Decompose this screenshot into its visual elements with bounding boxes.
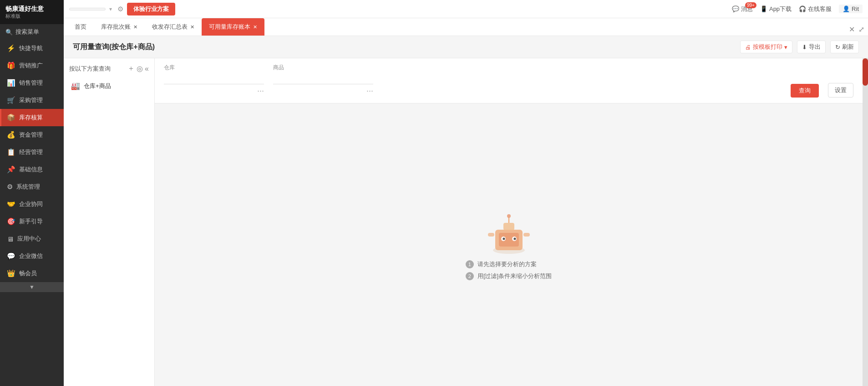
user-name: Rit	[852, 5, 859, 12]
sidebar-item-wechat[interactable]: 💬 企业微信	[0, 247, 64, 265]
content-area: 按以下方案查询 ＋ ◎ « 🏭 仓库+商品 仓库 ···	[64, 58, 868, 386]
empty-step-1: 1 请先选择要分析的方案	[466, 260, 552, 268]
quick-nav-icon: ⚡	[7, 44, 15, 52]
warehouse-product-icon: 🏭	[71, 82, 80, 90]
sidebar: 畅康通好生意 标准版 🔍 搜索菜单 ⚡ 快捷导航 🎁 营销推广 📊 销售管理 🛒…	[0, 0, 64, 386]
enterprise-icon: 🤝	[7, 200, 15, 208]
sidebar-scroll-down[interactable]: ▼	[0, 282, 64, 292]
breadcrumb-chevron-icon[interactable]: ▾	[109, 6, 112, 12]
search-icon: 🔍	[5, 29, 13, 36]
column-settings-button[interactable]: 设置	[828, 83, 853, 98]
query-button[interactable]: 查询	[791, 84, 819, 98]
app-badge: 标准版	[5, 13, 20, 20]
empty-step-1-text: 请先选择要分析的方案	[477, 260, 537, 268]
mobile-icon: 📱	[760, 5, 767, 12]
settings-gear-icon[interactable]: ⚙	[117, 5, 123, 13]
tab-inventory-summary[interactable]: 收发存汇总表 ✕	[145, 18, 202, 36]
right-scrollbar[interactable]	[863, 58, 868, 386]
warehouse-label: 仓库	[164, 64, 264, 72]
purchase-icon: 🛒	[7, 96, 15, 104]
sidebar-label-inventory: 库存核算	[19, 113, 43, 122]
product-input[interactable]	[273, 73, 373, 84]
empty-illustration	[486, 209, 532, 255]
sidebar-item-appstore[interactable]: 🖥 应用中心	[0, 230, 64, 247]
sidebar-item-inventory[interactable]: 📦 库存核算	[0, 109, 64, 126]
basic-icon: 📌	[7, 165, 15, 174]
trial-button[interactable]: 体验行业方案	[127, 3, 175, 15]
warehouse-input[interactable]	[164, 73, 264, 84]
marketing-icon: 🎁	[7, 62, 15, 70]
app-download-button[interactable]: 📱 App下载	[760, 5, 792, 13]
sidebar-item-enterprise[interactable]: 🤝 企业协同	[0, 196, 64, 213]
sidebar-label-operation: 经营管理	[19, 148, 43, 156]
sidebar-item-finance[interactable]: 💰 资金管理	[0, 126, 64, 144]
sidebar-item-basic[interactable]: 📌 基础信息	[0, 161, 64, 178]
scrollbar-thumb	[863, 58, 868, 86]
tab-batch-account[interactable]: 库存批次账 ✕	[94, 18, 145, 36]
sidebar-item-sales[interactable]: 📊 销售管理	[0, 74, 64, 92]
tab-expand-button[interactable]: ⤢	[858, 25, 864, 34]
appstore-icon: 🖥	[7, 235, 14, 243]
sidebar-label-member: 畅会员	[19, 269, 37, 278]
topbar: ▾ ⚙ 体验行业方案 💬 消息 99+ 📱 App下载 🎧 在线客服 👤 Rit	[64, 0, 868, 18]
page-header-actions: 🖨 按模板打印 ▾ ⬇ 导出 ↻ 刷新	[740, 41, 859, 53]
filter-collapse-button[interactable]: «	[145, 65, 149, 73]
sidebar-item-quick-nav[interactable]: ⚡ 快捷导航	[0, 40, 64, 57]
tab-home-label: 首页	[75, 23, 86, 31]
filter-panel-actions: ＋ ◎ «	[127, 64, 149, 73]
sidebar-item-system[interactable]: ⚙ 系统管理	[0, 178, 64, 196]
sidebar-search[interactable]: 🔍 搜索菜单	[0, 24, 64, 40]
step-2-num: 2	[466, 272, 474, 280]
tab-available-ledger[interactable]: 可用量库存账本 ✕	[202, 18, 264, 36]
export-button[interactable]: ⬇ 导出	[797, 41, 826, 53]
product-more-icon[interactable]: ···	[366, 86, 373, 98]
print-button[interactable]: 🖨 按模板打印 ▾	[740, 41, 792, 53]
tab-close-all-button[interactable]: ✕	[849, 25, 855, 34]
empty-text-list: 1 请先选择要分析的方案 2 用[过滤]条件来缩小分析范围	[466, 260, 552, 280]
message-badge: 99+	[745, 2, 756, 8]
sidebar-item-purchase[interactable]: 🛒 采购管理	[0, 92, 64, 109]
step-1-num: 1	[466, 260, 474, 268]
sidebar-label-finance: 资金管理	[19, 131, 43, 139]
print-icon: 🖨	[745, 44, 751, 51]
empty-svg-illustration	[486, 209, 532, 255]
tab-home[interactable]: 首页	[67, 18, 94, 36]
main-area: ▾ ⚙ 体验行业方案 💬 消息 99+ 📱 App下载 🎧 在线客服 👤 Rit	[64, 0, 868, 386]
refresh-label: 刷新	[842, 43, 854, 51]
filter-panel-header: 按以下方案查询 ＋ ◎ «	[64, 64, 154, 78]
service-button[interactable]: 🎧 在线客服	[799, 5, 832, 13]
print-label: 按模板打印	[753, 43, 782, 51]
sales-icon: 📊	[7, 79, 15, 87]
sidebar-logo: 畅康通好生意 标准版	[0, 0, 64, 24]
message-button[interactable]: 💬 消息 99+	[732, 5, 753, 13]
sidebar-item-newbie[interactable]: 🎯 新手引导	[0, 213, 64, 230]
finance-icon: 💰	[7, 131, 15, 139]
filter-item-label: 仓库+商品	[84, 82, 111, 90]
tab-inventory-summary-close-icon[interactable]: ✕	[190, 24, 194, 30]
filter-add-button[interactable]: ＋	[127, 64, 135, 73]
svg-point-11	[507, 214, 511, 218]
svg-point-6	[513, 238, 516, 240]
refresh-button[interactable]: ↻ 刷新	[830, 41, 859, 53]
tab-available-ledger-label: 可用量库存账本	[209, 23, 250, 31]
user-menu[interactable]: 👤 Rit	[839, 5, 863, 13]
service-label: 在线客服	[808, 5, 832, 13]
warehouse-more-icon[interactable]: ···	[257, 86, 264, 98]
headset-icon: 🎧	[799, 5, 806, 12]
tab-batch-account-label: 库存批次账	[101, 23, 131, 31]
tabs-bar: 首页 库存批次账 ✕ 收发存汇总表 ✕ 可用量库存账本 ✕ ✕ ⤢	[64, 18, 868, 36]
topbar-right: 💬 消息 99+ 📱 App下载 🎧 在线客服 👤 Rit	[732, 5, 863, 13]
tab-available-ledger-close-icon[interactable]: ✕	[253, 24, 257, 30]
filter-panel-title: 按以下方案查询	[69, 65, 111, 73]
sidebar-label-purchase: 采购管理	[19, 96, 43, 104]
tab-batch-account-close-icon[interactable]: ✕	[133, 24, 137, 30]
system-icon: ⚙	[7, 183, 13, 191]
svg-rect-7	[488, 233, 494, 237]
sidebar-item-member[interactable]: 👑 畅会员	[0, 265, 64, 282]
filter-item-warehouse-product[interactable]: 🏭 仓库+商品	[64, 78, 154, 94]
tab-inventory-summary-label: 收发存汇总表	[152, 23, 188, 31]
sidebar-item-operation[interactable]: 📋 经营管理	[0, 144, 64, 161]
page-title: 可用量查询(按仓库+商品)	[73, 42, 155, 52]
filter-settings-button[interactable]: ◎	[137, 64, 143, 73]
sidebar-item-marketing[interactable]: 🎁 营销推广	[0, 57, 64, 74]
